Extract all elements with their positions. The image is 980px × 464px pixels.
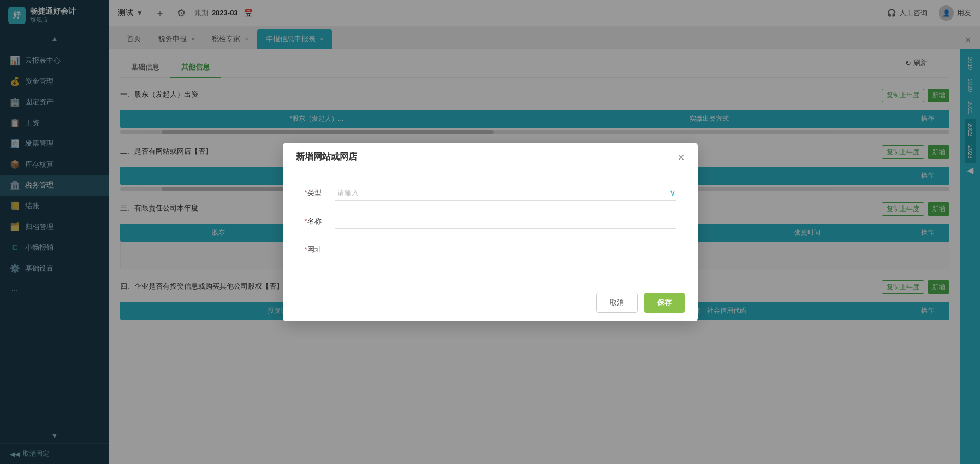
form-row-type: *类型 ∨ — [305, 185, 676, 201]
modal-body: *类型 ∨ *名称 — [283, 172, 698, 284]
name-label: *名称 — [305, 216, 331, 226]
form-field-type: *类型 ∨ — [305, 185, 676, 201]
modal-footer: 取消 保存 — [283, 284, 698, 321]
form-row-url: *网址 — [305, 242, 676, 257]
save-btn[interactable]: 保存 — [644, 293, 685, 313]
cancel-btn[interactable]: 取消 — [596, 293, 638, 313]
required-asterisk-type: * — [305, 189, 307, 197]
type-input-wrapper[interactable]: ∨ — [335, 185, 676, 201]
form-field-name: *名称 — [305, 214, 676, 229]
modal-title: 新增网站或网店 — [296, 151, 357, 163]
modal-overlay: 新增网站或网店 × *类型 ∨ *名 — [0, 0, 980, 464]
form-field-url: *网址 — [305, 242, 676, 257]
required-asterisk-url: * — [305, 245, 307, 254]
modal-header: 新增网站或网店 × — [283, 143, 698, 172]
modal-close-btn[interactable]: × — [678, 152, 685, 163]
url-input[interactable] — [335, 242, 676, 257]
required-asterisk-name: * — [305, 217, 307, 225]
add-website-modal: 新增网站或网店 × *类型 ∨ *名 — [283, 143, 698, 321]
type-label: *类型 — [305, 188, 331, 198]
url-label: *网址 — [305, 245, 331, 255]
form-row-name: *名称 — [305, 214, 676, 229]
type-input[interactable] — [335, 185, 669, 200]
name-input[interactable] — [335, 214, 676, 229]
dropdown-arrow-icon[interactable]: ∨ — [669, 187, 676, 198]
